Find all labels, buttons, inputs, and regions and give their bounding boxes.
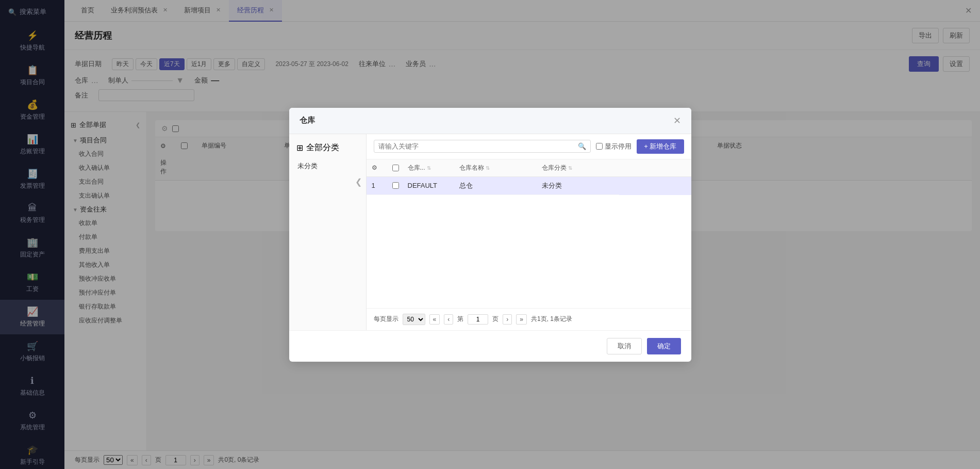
modal-th-code: 仓库... ⇅ [403,159,454,176]
modal-last-btn[interactable]: » [516,314,527,325]
modal-title: 仓库 [300,116,315,125]
modal-pagination: 每页显示 50 « ‹ 第 页 › » 共1页, 1条记录 [367,308,691,330]
grid-icon-modal: ⊞ [296,143,303,153]
modal-left-unclassified[interactable]: 未分类 [289,157,366,175]
modal-select-all[interactable] [392,165,399,171]
warehouse-modal: 仓库 ✕ ⊞ 全部分类 未分类 ❮ [289,108,691,362]
modal-right-panel: 🔍 显示停用 + 新增仓库 ⚙ 仓库... ⇅ [367,134,691,330]
modal-per-page-select[interactable]: 50 [403,314,425,325]
modal-add-warehouse-btn[interactable]: + 新增仓库 [637,139,684,154]
modal-first-btn[interactable]: « [429,314,440,325]
modal-search-input[interactable] [378,142,575,150]
modal-left-all-label: 全部分类 [306,142,339,153]
modal-page-word: 第 [457,315,463,324]
modal-left-unclassified-label: 未分类 [297,162,318,170]
modal-search-icon: 🔍 [578,142,586,150]
modal-table-row[interactable]: 1 DEFAULT 总仓 未分类 [367,177,691,195]
modal-overlay: 仓库 ✕ ⊞ 全部分类 未分类 ❮ [0,0,980,469]
modal-next-btn[interactable]: › [503,314,512,325]
modal-row-checkbox[interactable] [392,182,399,189]
modal-th-gear: ⚙ [367,159,387,176]
modal-close-button[interactable]: ✕ [673,115,681,126]
modal-td-category: 未分类 [537,177,619,195]
sort-icon-name: ⇅ [486,165,490,171]
modal-body: ⊞ 全部分类 未分类 ❮ 🔍 显示停用 [289,134,691,330]
modal-th-checkbox [387,159,403,176]
modal-per-page-label: 每页显示 [374,315,398,324]
modal-prev-btn[interactable]: ‹ [444,314,453,325]
modal-total-label: 共1页, 1条记录 [531,315,572,324]
modal-left-collapse-btn[interactable]: ❮ [289,175,366,189]
modal-search-box: 🔍 [374,140,591,153]
modal-td-index: 1 [367,177,387,195]
modal-left-all[interactable]: ⊞ 全部分类 [289,138,366,157]
modal-header: 仓库 ✕ [289,108,691,134]
modal-th-name: 仓库名称 ⇅ [454,159,537,176]
modal-gear-icon: ⚙ [372,164,377,171]
modal-td-code: DEFAULT [403,177,454,195]
modal-confirm-button[interactable]: 确定 [647,338,681,354]
modal-show-disabled[interactable]: 显示停用 [596,142,632,151]
modal-left-panel: ⊞ 全部分类 未分类 ❮ [289,134,367,330]
modal-td-checkbox [387,177,403,195]
modal-table-header: ⚙ 仓库... ⇅ 仓库名称 ⇅ 仓库分类 ⇅ [367,159,691,177]
modal-cancel-button[interactable]: 取消 [607,338,642,354]
modal-page-suffix: 页 [492,315,499,324]
show-disabled-checkbox[interactable] [596,143,603,150]
show-disabled-label: 显示停用 [605,142,632,151]
modal-toolbar: 🔍 显示停用 + 新增仓库 [367,134,691,159]
modal-page-input[interactable] [468,314,488,325]
modal-th-category: 仓库分类 ⇅ [537,159,619,176]
modal-table: ⚙ 仓库... ⇅ 仓库名称 ⇅ 仓库分类 ⇅ [367,159,691,308]
sort-icon-code: ⇅ [427,165,431,171]
modal-td-name: 总仓 [454,177,537,195]
sort-icon-category: ⇅ [568,165,572,171]
modal-footer: 取消 确定 [289,330,691,362]
